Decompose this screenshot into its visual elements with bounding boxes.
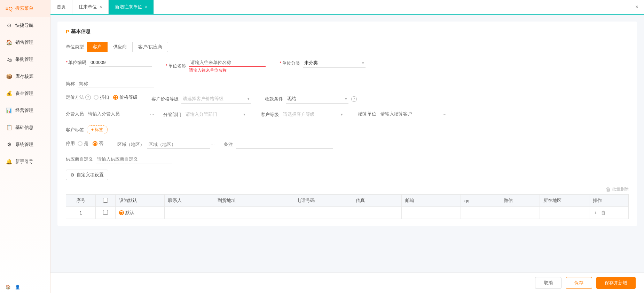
quicknav-icon: ⊙ bbox=[6, 22, 13, 29]
row-select[interactable] bbox=[103, 210, 108, 215]
disabled-yes-circle bbox=[78, 141, 83, 146]
department-select[interactable]: 请输入分管部门 ▾ bbox=[184, 110, 247, 119]
sidebar-item-inventory[interactable]: 📦 库存核算 bbox=[0, 68, 50, 85]
row-delete-button[interactable]: 🗑 bbox=[599, 209, 607, 216]
remark-input[interactable] bbox=[236, 140, 333, 149]
supplier-custom-input[interactable] bbox=[96, 155, 172, 163]
tabs-bar: 首页 往来单位 × 新增往来单位 × × bbox=[50, 0, 644, 15]
sidebar-item-label: 销售管理 bbox=[15, 39, 33, 46]
tab-contacts[interactable]: 往来单位 × bbox=[72, 0, 109, 14]
sidebar-item-operations[interactable]: 📊 经营管理 bbox=[0, 102, 50, 119]
cancel-button[interactable]: 取消 bbox=[535, 277, 561, 289]
customer-price-level-select[interactable]: 请选择客户价格等级 ▾ bbox=[181, 94, 251, 104]
basic-info-card: P 基本信息 单位类型 客户 供应商 客户/供应商 *单位编 bbox=[57, 22, 637, 226]
manager-field: 分管人员 ··· bbox=[66, 110, 149, 118]
save-new-button[interactable]: 保存并新增 bbox=[596, 277, 636, 289]
pricing-discount-radio[interactable]: 折扣 bbox=[94, 94, 109, 100]
pricing-pricelevel-radio[interactable]: 价格等级 bbox=[113, 94, 138, 100]
sidebar-item-label: 系统管理 bbox=[15, 141, 33, 148]
short-name-input[interactable] bbox=[78, 80, 154, 88]
unit-code-field: *单位编码 bbox=[66, 58, 152, 67]
batch-delete-icon: 🗑 bbox=[606, 187, 611, 192]
payment-terms-help-icon[interactable]: ? bbox=[351, 96, 357, 102]
home-icon: 🏠 bbox=[6, 39, 13, 46]
payment-terms-select[interactable]: 现结 ▾ bbox=[286, 94, 348, 104]
pricing-help-icon[interactable]: ? bbox=[85, 95, 91, 100]
home-footer-icon[interactable]: 🏠 bbox=[6, 285, 11, 290]
payment-terms-value: 现结 bbox=[287, 96, 344, 102]
sidebar-item-basic-info[interactable]: 📋 基础信息 bbox=[0, 119, 50, 136]
disabled-label: 停用 bbox=[66, 140, 75, 147]
unit-code-label: *单位编码 bbox=[66, 59, 86, 66]
region-input[interactable] bbox=[147, 140, 209, 148]
disabled-no-radio[interactable]: 否 bbox=[93, 140, 103, 147]
sidebar-footer: 🏠 👤 bbox=[0, 281, 50, 293]
settlement-unit-dots[interactable]: ··· bbox=[442, 111, 447, 117]
user-footer-icon[interactable]: 👤 bbox=[15, 285, 20, 290]
save-button[interactable]: 保存 bbox=[566, 277, 592, 289]
region-dots[interactable]: ··· bbox=[210, 141, 215, 148]
pricing-method-label: 定价方法 ? bbox=[66, 94, 91, 100]
tab-new-contact-close[interactable]: × bbox=[145, 5, 147, 9]
disabled-no-circle bbox=[93, 141, 97, 146]
table-row: 1 默认 bbox=[66, 207, 629, 219]
row-add-button[interactable]: + bbox=[593, 209, 598, 216]
manager-input-wrapper: ··· bbox=[87, 110, 149, 118]
unit-name-input[interactable] bbox=[189, 58, 266, 67]
pricing-discount-label: 折扣 bbox=[100, 94, 109, 100]
manager-label: 分管人员 bbox=[66, 111, 84, 117]
sidebar-item-label: 快捷导航 bbox=[15, 22, 33, 29]
row-default: 默认 bbox=[115, 207, 165, 219]
manager-dots[interactable]: ··· bbox=[149, 111, 155, 117]
col-qq: qq bbox=[461, 195, 500, 207]
add-tag-button[interactable]: + 标签 bbox=[87, 125, 108, 134]
department-label: 分管部门 bbox=[163, 112, 181, 118]
sidebar-item-quicknav[interactable]: ⊙ 快捷导航 bbox=[0, 17, 50, 34]
tab-home[interactable]: 首页 bbox=[50, 0, 72, 14]
chart-icon: 📊 bbox=[6, 107, 13, 114]
sidebar-item-search[interactable]: ≡Q 搜索菜单 bbox=[0, 0, 50, 17]
customer-price-level-value: 请选择客户价格等级 bbox=[183, 96, 246, 102]
sidebar-item-sales[interactable]: 🏠 销售管理 bbox=[0, 34, 50, 51]
sidebar-item-purchase[interactable]: 🛍 采购管理 bbox=[0, 51, 50, 68]
manager-input[interactable] bbox=[87, 110, 148, 118]
customer-price-level-chevron: ▾ bbox=[248, 97, 250, 101]
sidebar-item-finance[interactable]: 💰 资金管理 bbox=[0, 85, 50, 102]
short-name-field: 简称 bbox=[66, 80, 154, 88]
main-area: 首页 往来单位 × 新增往来单位 × × P 基本信息 单位类型 客户 bbox=[50, 0, 644, 293]
unit-type-row: 单位类型 客户 供应商 客户/供应商 bbox=[66, 42, 629, 52]
unit-name-label: *单位名称 bbox=[166, 63, 186, 69]
disabled-yes-radio[interactable]: 是 bbox=[78, 140, 88, 147]
tab-home-label: 首页 bbox=[57, 4, 66, 10]
settlement-unit-input[interactable] bbox=[379, 110, 440, 118]
short-name-label: 简称 bbox=[66, 81, 75, 87]
unit-type-supplier[interactable]: 供应商 bbox=[108, 42, 133, 52]
disabled-region-row: 停用 是 否 区域（地区） bbox=[66, 140, 629, 149]
tab-contacts-close[interactable]: × bbox=[100, 5, 102, 9]
code-name-category-row: *单位编码 *单位名称 请输入往来单位名称 *单位分类 bbox=[66, 58, 629, 73]
col-seq: 序号 bbox=[66, 195, 96, 207]
customer-level-select[interactable]: 请选择客户等级 ▾ bbox=[282, 110, 344, 119]
unit-category-select[interactable]: 未分类 ▾ bbox=[303, 58, 366, 68]
batch-delete-label[interactable]: 批量删除 bbox=[612, 186, 629, 192]
tab-new-contact[interactable]: 新增往来单位 × bbox=[109, 0, 154, 14]
unit-type-customer[interactable]: 客户 bbox=[87, 42, 108, 52]
unit-type-both[interactable]: 客户/供应商 bbox=[133, 42, 168, 52]
pricing-pricelevel-circle bbox=[113, 95, 118, 100]
customer-price-level-label: 客户价格等级 bbox=[151, 96, 179, 102]
payment-terms-chevron: ▾ bbox=[345, 97, 347, 101]
unit-code-input[interactable] bbox=[89, 58, 152, 67]
disabled-radios: 是 否 bbox=[78, 140, 103, 147]
content-area: P 基本信息 单位类型 客户 供应商 客户/供应商 *单位编 bbox=[50, 15, 644, 272]
col-contact: 联系人 bbox=[165, 195, 214, 207]
table-select-all[interactable] bbox=[103, 198, 108, 203]
sidebar-item-guide[interactable]: 🔔 新手引导 bbox=[0, 153, 50, 170]
tags-field: 客户标签 + 标签 bbox=[66, 125, 108, 134]
row-default-radio[interactable]: 默认 bbox=[119, 210, 161, 216]
pricing-row: 定价方法 ? 折扣 价格等级 客户 bbox=[66, 94, 629, 104]
custom-settings-button[interactable]: ⚙ 自定义项设置 bbox=[66, 170, 108, 180]
close-all-tabs[interactable]: × bbox=[630, 4, 644, 10]
sidebar-item-label: 新手引导 bbox=[15, 158, 33, 165]
row-seq: 1 bbox=[66, 207, 96, 219]
sidebar-item-system[interactable]: ⚙ 系统管理 bbox=[0, 136, 50, 153]
